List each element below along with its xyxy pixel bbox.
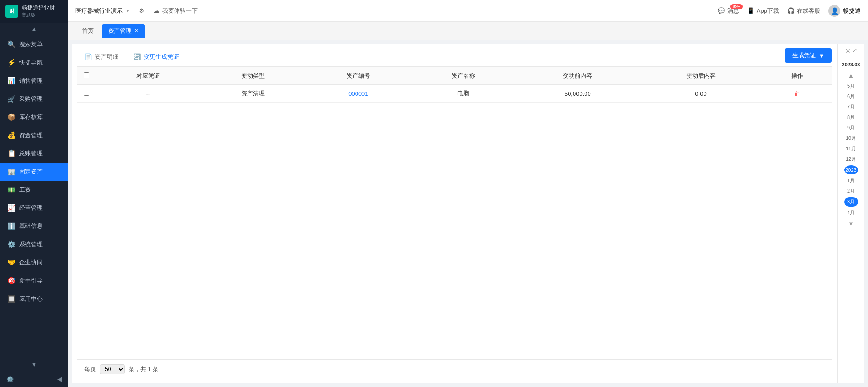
pagination-bar: 每页 10 20 50 100 条，共 1 条 [77,359,832,379]
payroll-icon: 💵 [7,186,15,194]
sidebar-item-ledger[interactable]: 📋 总账管理 [0,144,68,163]
row-asset-name: 电脑 [411,85,516,103]
customer-service-button[interactable]: 🎧 在线客服 [787,7,820,15]
notifications-badge: 99+ [730,4,743,9]
timeline-month-5[interactable]: 5月 [838,81,864,91]
timeline-month-1[interactable]: 1月 [838,175,864,186]
basic-info-icon: ℹ️ [7,222,15,230]
asset-detail-label: 资产明细 [95,53,119,61]
sidebar-item-label: 固定资产 [19,168,43,176]
sidebar-item-label: 资金管理 [19,131,43,139]
row-voucher: -- [95,85,201,103]
th-change-type: 变动类型 [201,67,306,85]
sidebar-item-label: 快捷导航 [19,59,43,67]
generate-voucher-label: 生成凭证 [792,51,816,60]
timeline-month-8[interactable]: 8月 [838,112,864,123]
sidebar-item-label: 搜索菜单 [19,40,43,49]
per-page-select[interactable]: 10 20 50 100 [100,364,125,374]
timeline-expand-icon[interactable]: ⤢ [853,47,857,54]
sidebar-item-label: 库存核算 [19,113,43,121]
tab-change-voucher[interactable]: 🔄 变更生成凭证 [126,49,186,65]
row-checkbox[interactable] [84,90,89,96]
th-voucher: 对应凭证 [95,67,201,85]
timeline-panel: ✕ ⤢ 2023.03 ▲ 5月 6月 7月 8月 9月 10月 11月 12月… [837,44,864,383]
sidebar: 财 畅捷通好业财 普及版 ▲ 🔍 搜索菜单 ⚡ 快捷导航 📊 销售管理 🛒 采购… [0,0,68,387]
th-after-change: 变动后内容 [639,67,762,85]
timeline-month-11[interactable]: 11月 [838,144,864,154]
sidebar-item-system[interactable]: ⚙️ 系统管理 [0,235,68,253]
timeline-month-7[interactable]: 7月 [838,102,864,112]
timeline-close-icon[interactable]: ✕ [845,47,851,55]
sales-icon: 📊 [7,77,15,85]
total-text: 条，共 1 条 [129,365,159,373]
home-tab-label: 首页 [82,27,94,35]
tab-asset-detail[interactable]: 📄 资产明细 [77,49,126,65]
timeline-down-button[interactable]: ▼ [846,218,857,229]
experience-button[interactable]: ☁ 我要体验一下 [154,7,198,15]
purchase-icon: 🛒 [7,95,15,103]
timeline-month-10[interactable]: 10月 [838,133,864,144]
header-settings-button[interactable]: ⚙ [135,5,148,17]
sidebar-collapse-icon[interactable]: ◀ [57,376,62,382]
table-header-row: 对应凭证 变动类型 资产编号 资产名称 变动前内容 变动后内容 操作 [77,67,832,85]
asset-detail-icon: 📄 [84,53,92,60]
headset-icon: 🎧 [787,7,794,14]
app-download-button[interactable]: 📱 App下载 [747,7,779,15]
sidebar-item-label: 新手引导 [19,277,43,285]
sidebar-item-label: 应用中心 [19,295,43,303]
quick-nav-icon: ⚡ [7,59,15,67]
table-header: 对应凭证 变动类型 资产编号 资产名称 变动前内容 变动后内容 操作 [77,67,832,85]
row-before-change: 50,000.00 [516,85,639,103]
user-info[interactable]: 👤 畅捷通 [828,5,861,17]
timeline-month-6[interactable]: 6月 [838,91,864,102]
generate-voucher-button[interactable]: 生成凭证 ▼ [785,48,832,63]
timeline-year-2023[interactable]: 2023 [844,165,858,174]
sidebar-header: 财 畅捷通好业财 普及版 [0,0,68,23]
main-area: 医疗器械行业演示 ▼ ⚙ ☁ 我要体验一下 💬 消息 99+ 📱 App下载 🎧… [68,0,868,387]
sidebar-item-inventory[interactable]: 📦 库存核算 [0,108,68,126]
sidebar-item-operations[interactable]: 📈 经营管理 [0,199,68,217]
th-checkbox [77,67,95,85]
timeline-month-12[interactable]: 12月 [838,154,864,164]
logo-icon: 财 [5,5,18,18]
timeline-up-button[interactable]: ▲ [846,70,857,81]
customer-service-label: 在线客服 [797,7,820,15]
select-all-checkbox[interactable] [84,72,89,78]
system-icon: ⚙️ [7,240,15,248]
th-asset-code: 资产编号 [306,67,411,85]
timeline-month-9[interactable]: 9月 [838,123,864,133]
sidebar-item-label: 经营管理 [19,204,43,212]
sidebar-scroll-down[interactable]: ▼ [0,358,68,371]
notifications-button[interactable]: 💬 消息 99+ [718,7,739,15]
sidebar-item-cooperation[interactable]: 🤝 企业协同 [0,253,68,272]
tab-close-icon[interactable]: ✕ [134,28,139,34]
sidebar-item-guide[interactable]: 🎯 新手引导 [0,272,68,290]
experience-label: 我要体验一下 [162,7,198,15]
sidebar-item-finance[interactable]: 💰 资金管理 [0,126,68,144]
sidebar-item-payroll[interactable]: 💵 工资 [0,181,68,199]
delete-row-button[interactable]: 🗑 [794,90,800,97]
sidebar-item-purchase[interactable]: 🛒 采购管理 [0,90,68,108]
tab-asset-management[interactable]: 资产管理 ✕ [102,24,145,38]
message-icon: 💬 [718,7,725,14]
cooperation-icon: 🤝 [7,258,15,267]
row-asset-code: 000001 [306,85,411,103]
sidebar-item-apps[interactable]: 🔲 应用中心 [0,290,68,308]
ledger-icon: 📋 [7,149,15,158]
company-selector[interactable]: 医疗器械行业演示 ▼ [75,7,130,15]
timeline-month-4[interactable]: 4月 [838,208,864,218]
sidebar-item-fixed-assets[interactable]: 🏢 固定资产 [0,163,68,181]
th-before-change: 变动前内容 [516,67,639,85]
sidebar-item-basic-info[interactable]: ℹ️ 基础信息 [0,217,68,235]
sidebar-item-sales[interactable]: 📊 销售管理 [0,72,68,90]
per-page-label: 每页 [84,365,96,373]
tab-home[interactable]: 首页 [75,24,100,38]
sidebar-item-search[interactable]: 🔍 搜索菜单 [0,35,68,54]
sidebar-settings-icon[interactable]: ⚙️ [6,376,14,382]
company-name: 医疗器械行业演示 [75,7,123,15]
sidebar-scroll-up[interactable]: ▲ [0,23,68,35]
row-action-cell: 🗑 [763,85,832,103]
timeline-month-3-current[interactable]: 3月 [844,197,858,207]
timeline-month-2[interactable]: 2月 [838,186,864,196]
sidebar-item-quick-nav[interactable]: ⚡ 快捷导航 [0,54,68,72]
